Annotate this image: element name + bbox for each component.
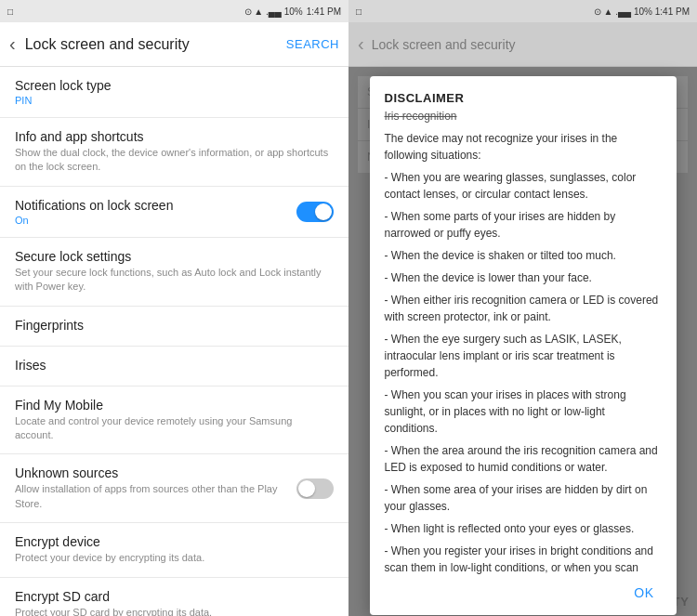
- modal-bullet-item: - When light is reflected onto your eyes…: [385, 520, 662, 537]
- settings-item-notifications[interactable]: Notifications on lock screen On: [0, 187, 348, 238]
- encrypt-sd-title: Encrypt SD card: [15, 589, 334, 604]
- right-content-area: Sc... In... N... DISCLAIMER Iris recogni…: [348, 67, 697, 616]
- settings-item-fingerprints[interactable]: Fingerprints: [0, 307, 348, 347]
- modal-bullet-item: - When the device is shaken or tilted to…: [385, 247, 662, 264]
- modal-bullet-item: - When the device is lower than your fac…: [385, 269, 662, 286]
- status-bar-left: □ ⊙ ▲ .▄▄ 10% 1:41 PM: [0, 0, 348, 22]
- modal-title: DISCLAIMER: [385, 91, 662, 105]
- right-page-title: Lock screen and security: [372, 37, 516, 52]
- page-title: Lock screen and security: [25, 36, 286, 53]
- notifications-text: Notifications on lock screen On: [15, 198, 173, 226]
- toggle-knob: [315, 203, 332, 220]
- right-time-display: 1:41 PM: [655, 7, 690, 17]
- modal-footer: OK: [370, 574, 677, 615]
- modal-subtitle: Iris recognition: [385, 109, 662, 125]
- modal-bullet-item: - When you scan your irises in places wi…: [385, 387, 662, 437]
- right-back-button: ‹: [358, 33, 364, 55]
- modal-intro: The device may not recognize your irises…: [385, 130, 662, 164]
- notifications-row: Notifications on lock screen On: [15, 198, 334, 226]
- modal-bullet-item: - When the eye surgery such as LASIK, LA…: [385, 331, 662, 381]
- modal-bullet-item: - When you are wearing glasses, sunglass…: [385, 169, 662, 203]
- status-bar-right-info: ⊙ ▲ .▄▄ 10% 1:41 PM: [244, 7, 341, 17]
- modal-overlay: DISCLAIMER Iris recognition The device m…: [348, 67, 697, 616]
- unknown-sources-title: Unknown sources: [15, 465, 296, 480]
- back-button[interactable]: ‹: [9, 33, 16, 55]
- settings-item-info-shortcuts[interactable]: Info and app shortcuts Show the dual clo…: [0, 118, 348, 187]
- notifications-toggle[interactable]: [296, 202, 334, 222]
- right-status-right: ⊙ ▲ .▄▄ 10% 1:41 PM: [594, 7, 690, 17]
- modal-bullet-item: - When the area around the iris recognit…: [385, 442, 662, 476]
- right-signal-icon: ⊙ ▲ .▄▄ 10%: [594, 7, 652, 17]
- notifications-title: Notifications on lock screen: [15, 198, 173, 213]
- time-display: 1:41 PM: [307, 7, 341, 17]
- disclaimer-modal: DISCLAIMER Iris recognition The device m…: [370, 76, 677, 615]
- settings-item-find-my-mobile[interactable]: Find My Mobile Locate and control your d…: [0, 387, 348, 455]
- unknown-sources-desc: Allow installation of apps from sources …: [15, 482, 296, 511]
- settings-item-unknown-sources[interactable]: Unknown sources Allow installation of ap…: [0, 454, 348, 523]
- unknown-sources-toggle[interactable]: [296, 478, 334, 499]
- right-status-bar: □ ⊙ ▲ .▄▄ 10% 1:41 PM: [348, 0, 697, 22]
- screen-lock-type-title: Screen lock type: [15, 78, 334, 93]
- secure-lock-desc: Set your secure lock functions, such as …: [15, 266, 334, 295]
- modal-bullet-item: - When some parts of your irises are hid…: [385, 208, 662, 242]
- right-status-left: □: [356, 7, 362, 17]
- secure-lock-title: Secure lock settings: [15, 249, 334, 264]
- encrypt-device-title: Encrypt device: [15, 534, 334, 549]
- screen-lock-type-subtitle: PIN: [15, 95, 334, 106]
- left-panel: □ ⊙ ▲ .▄▄ 10% 1:41 PM ‹ Lock screen and …: [0, 0, 348, 616]
- notifications-status: On: [15, 215, 173, 226]
- settings-item-encrypt-device[interactable]: Encrypt device Protect your device by en…: [0, 523, 348, 577]
- modal-body: DISCLAIMER Iris recognition The device m…: [370, 76, 677, 574]
- status-bar-left-icons: □: [7, 7, 13, 17]
- signal-icon: ⊙ ▲ .▄▄ 10%: [244, 7, 303, 17]
- modal-bullet-item: - When some area of your irises are hidd…: [385, 481, 662, 515]
- encrypt-device-desc: Protect your device by encrypting its da…: [15, 551, 334, 565]
- settings-item-secure-lock[interactable]: Secure lock settings Set your secure loc…: [0, 238, 348, 307]
- find-my-mobile-desc: Locate and control your device remotely …: [15, 414, 334, 443]
- info-shortcuts-desc: Show the dual clock, the device owner's …: [15, 146, 334, 175]
- app-icon: □: [7, 7, 13, 17]
- modal-bullet-item: - When you register your irises in brigh…: [385, 543, 662, 574]
- toggle-knob-off: [298, 480, 315, 497]
- irises-title: Irises: [15, 358, 334, 373]
- settings-item-screen-lock-type[interactable]: Screen lock type PIN: [0, 67, 348, 118]
- settings-list: Screen lock type PIN Info and app shortc…: [0, 67, 348, 616]
- info-shortcuts-title: Info and app shortcuts: [15, 129, 334, 144]
- fingerprints-title: Fingerprints: [15, 318, 334, 333]
- search-button[interactable]: SEARCH: [286, 37, 339, 51]
- unknown-sources-text: Unknown sources Allow installation of ap…: [15, 465, 296, 511]
- settings-item-encrypt-sd[interactable]: Encrypt SD card Protect your SD card by …: [0, 578, 348, 616]
- modal-ok-button[interactable]: OK: [626, 582, 661, 604]
- settings-item-irises[interactable]: Irises: [0, 347, 348, 387]
- find-my-mobile-title: Find My Mobile: [15, 398, 334, 413]
- top-bar: ‹ Lock screen and security SEARCH: [0, 22, 348, 67]
- modal-bullets: - When you are wearing glasses, sunglass…: [385, 169, 662, 574]
- modal-bullet-item: - When either iris recognition camera or…: [385, 292, 662, 325]
- right-top-bar: ‹ Lock screen and security: [348, 22, 697, 67]
- unknown-sources-row: Unknown sources Allow installation of ap…: [15, 465, 334, 511]
- right-panel: □ ⊙ ▲ .▄▄ 10% 1:41 PM ‹ Lock screen and …: [348, 0, 697, 616]
- encrypt-sd-desc: Protect your SD card by encrypting its d…: [15, 606, 334, 616]
